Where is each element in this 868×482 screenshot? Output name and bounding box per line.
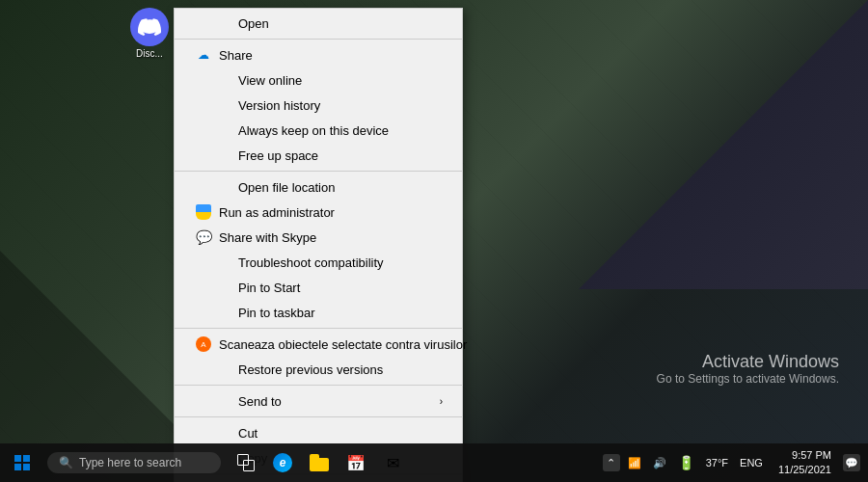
clock-time: 9:57 PM <box>778 448 831 463</box>
discord-desktop-icon[interactable]: Disc... <box>125 8 174 66</box>
volume-icon[interactable]: 🔊 <box>649 455 670 471</box>
temperature-display: 37°F <box>702 455 732 470</box>
context-menu: Open ☁ Share View online Version history… <box>174 8 463 482</box>
menu-label-restore-versions: Restore previous versions <box>238 362 443 377</box>
edge-app[interactable]: e <box>265 445 300 480</box>
logo-pane-4 <box>23 464 30 470</box>
free-up-space-icon <box>213 147 232 163</box>
menu-item-troubleshoot[interactable]: Troubleshoot compatibility <box>175 250 462 275</box>
cloud-icon: ☁ <box>194 47 213 63</box>
discord-icon-image <box>130 8 169 46</box>
menu-item-free-up-space[interactable]: Free up space <box>175 143 462 168</box>
battery-icon[interactable]: 🔋 <box>674 453 698 472</box>
menu-label-troubleshoot: Troubleshoot compatibility <box>238 255 443 270</box>
menu-label-run-as-admin: Run as administrator <box>219 205 443 220</box>
menu-label-scan-avast: Scaneaza obiectele selectate contra viru… <box>219 337 467 352</box>
network-icon[interactable]: 📶 <box>624 455 645 471</box>
mail-icon: ✉ <box>387 454 399 472</box>
skype-icon: 💬 <box>194 229 213 245</box>
activate-windows-subtitle: Go to Settings to activate Windows. <box>657 372 839 386</box>
logo-pane-1 <box>14 455 21 462</box>
menu-label-open: Open <box>238 16 443 31</box>
calendar-icon: 📅 <box>346 454 366 472</box>
restore-versions-icon <box>213 362 232 377</box>
menu-label-share: Share <box>219 48 443 63</box>
menu-label-free-up-space: Free up space <box>238 148 443 163</box>
menu-sep-4 <box>175 416 462 417</box>
notifications-icon[interactable]: ⌃ <box>603 454 620 471</box>
troubleshoot-icon <box>213 254 232 270</box>
activate-windows-title: Activate Windows <box>657 352 839 372</box>
menu-sep-2 <box>175 328 462 329</box>
menu-item-restore-versions[interactable]: Restore previous versions <box>175 357 462 382</box>
open-file-location-icon <box>213 179 232 195</box>
always-keep-icon <box>213 122 232 138</box>
submenu-arrow: › <box>440 396 443 407</box>
taskbar: 🔍 Type here to search e 📅 <box>0 443 868 482</box>
menu-label-share-skype: Share with Skype <box>219 230 443 245</box>
bg-shape <box>579 0 868 289</box>
menu-item-pin-start[interactable]: Pin to Start <box>175 275 462 300</box>
pin-taskbar-icon <box>213 305 232 320</box>
explorer-icon <box>310 454 329 471</box>
menu-item-cut[interactable]: Cut <box>175 420 462 445</box>
menu-sep-0 <box>175 39 462 40</box>
menu-item-send-to[interactable]: Send to › <box>175 388 462 414</box>
view-online-icon <box>213 72 232 88</box>
activate-windows-watermark: Activate Windows Go to Settings to activ… <box>657 352 839 386</box>
system-tray: ⌃ 📶 🔊 🔋 37°F ENG 9:57 PM 11/25/2021 💬 <box>603 448 868 478</box>
menu-item-share-skype[interactable]: 💬 Share with Skype <box>175 225 462 250</box>
mail-app[interactable]: ✉ <box>375 445 410 480</box>
version-history-icon <box>213 97 232 113</box>
action-center-icon[interactable]: 💬 <box>843 454 860 471</box>
edge-icon: e <box>273 453 292 472</box>
menu-label-send-to: Send to <box>238 394 440 409</box>
pin-start-icon <box>213 280 232 295</box>
menu-item-version-history[interactable]: Version history <box>175 93 462 118</box>
windows-logo <box>14 455 30 470</box>
menu-sep-1 <box>175 171 462 172</box>
menu-label-pin-taskbar: Pin to taskbar <box>238 306 443 320</box>
explorer-app[interactable] <box>302 445 337 480</box>
menu-label-version-history: Version history <box>238 98 443 113</box>
menu-label-cut: Cut <box>238 426 443 441</box>
send-to-icon <box>213 393 232 409</box>
clock-date: 11/25/2021 <box>778 463 831 477</box>
menu-item-open-file-location[interactable]: Open file location <box>175 174 462 200</box>
open-icon <box>213 15 232 31</box>
explorer-body <box>310 458 329 471</box>
start-button[interactable] <box>0 443 43 482</box>
discord-icon-label: Disc... <box>136 48 163 59</box>
menu-label-pin-start: Pin to Start <box>238 281 443 295</box>
search-icon: 🔍 <box>59 456 73 469</box>
taskbar-search[interactable]: 🔍 Type here to search <box>47 452 221 473</box>
taskbar-apps: e 📅 ✉ <box>229 445 410 480</box>
menu-sep-3 <box>175 385 462 386</box>
avast-icon: A <box>194 336 213 352</box>
bg-shape2 <box>0 251 193 443</box>
menu-label-always-keep: Always keep on this device <box>238 123 443 138</box>
language-display[interactable]: ENG <box>736 455 767 470</box>
search-placeholder: Type here to search <box>79 456 181 469</box>
uac-icon <box>194 204 213 220</box>
menu-item-view-online[interactable]: View online <box>175 67 462 93</box>
task-view-icon <box>237 454 255 471</box>
menu-item-run-as-admin[interactable]: Run as administrator <box>175 200 462 225</box>
menu-label-open-file-location: Open file location <box>238 180 443 195</box>
calendar-app[interactable]: 📅 <box>339 445 373 480</box>
logo-pane-2 <box>23 455 30 462</box>
menu-item-share[interactable]: ☁ Share <box>175 42 462 67</box>
logo-pane-3 <box>14 464 21 470</box>
desktop: Disc... Open ☁ Share View online Version… <box>0 0 868 482</box>
menu-item-open[interactable]: Open <box>175 11 462 36</box>
task-view-button[interactable] <box>229 445 263 480</box>
menu-label-view-online: View online <box>238 73 443 88</box>
menu-item-pin-taskbar[interactable]: Pin to taskbar <box>175 300 462 325</box>
menu-item-always-keep[interactable]: Always keep on this device <box>175 118 462 143</box>
taskbar-clock[interactable]: 9:57 PM 11/25/2021 <box>771 448 839 478</box>
menu-item-scan-avast[interactable]: A Scaneaza obiectele selectate contra vi… <box>175 332 462 357</box>
cut-icon <box>213 425 232 441</box>
